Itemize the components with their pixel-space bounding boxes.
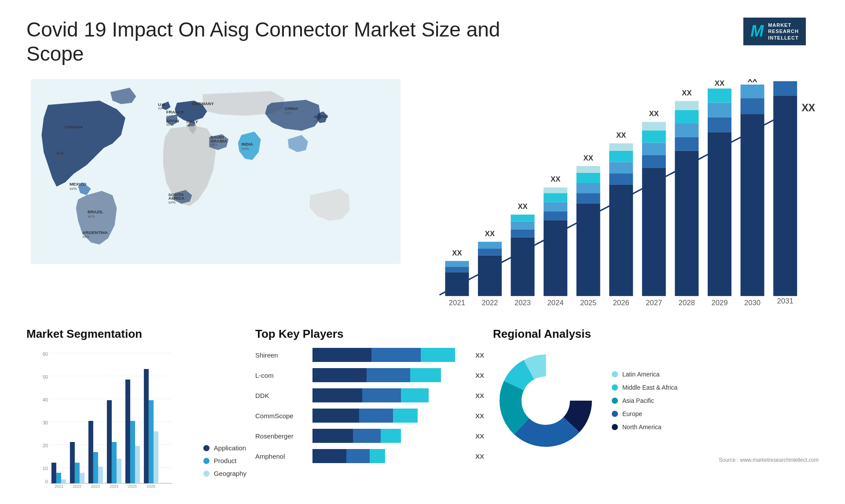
- svg-rect-115: [51, 463, 56, 483]
- page: Covid 19 Impact On Aisg Connector Market…: [0, 0, 845, 504]
- svg-text:xx%: xx%: [158, 106, 165, 111]
- svg-rect-51: [544, 220, 567, 296]
- legend-dot-geography: [203, 471, 209, 477]
- svg-text:xx%: xx%: [64, 129, 72, 134]
- svg-text:JAPAN: JAPAN: [314, 114, 328, 119]
- svg-rect-137: [154, 431, 158, 483]
- svg-text:40: 40: [43, 397, 48, 402]
- svg-rect-79: [675, 151, 698, 296]
- world-map: CANADA xx% U.S. xx% MEXICO xx% BRAZIL xx…: [26, 79, 405, 264]
- svg-rect-127: [107, 400, 112, 483]
- svg-text:20: 20: [43, 443, 48, 448]
- player-value: XX: [475, 392, 484, 399]
- list-item: Shireen XX: [255, 348, 484, 362]
- svg-text:CHINA: CHINA: [284, 106, 298, 111]
- svg-text:xx%: xx%: [57, 155, 64, 160]
- reg-dot-europe: [612, 411, 618, 417]
- svg-text:xx%: xx%: [166, 123, 174, 127]
- svg-text:BRAZIL: BRAZIL: [88, 209, 103, 214]
- svg-text:XX: XX: [485, 230, 495, 238]
- svg-text:XX: XX: [584, 154, 593, 162]
- svg-rect-132: [130, 421, 135, 483]
- svg-text:2024: 2024: [110, 484, 118, 489]
- svg-text:INDIA: INDIA: [242, 142, 254, 147]
- reg-dot-mea: [612, 384, 618, 391]
- logo-text: MARKET RESEARCH INTELLECT: [768, 22, 799, 41]
- player-bar: [312, 429, 467, 443]
- svg-rect-121: [80, 473, 84, 483]
- svg-rect-89: [708, 89, 731, 103]
- svg-rect-53: [544, 202, 567, 212]
- svg-rect-80: [675, 137, 698, 151]
- svg-text:XX: XX: [518, 203, 527, 211]
- svg-rect-123: [88, 421, 93, 483]
- list-item: CommScope XX: [255, 409, 484, 423]
- player-value: XX: [475, 453, 484, 460]
- regional-section: Regional Analysis: [493, 327, 819, 490]
- segmentation-title: Market Segmentation: [26, 327, 246, 341]
- legend-geography: Geography: [203, 470, 246, 477]
- svg-rect-69: [609, 143, 633, 151]
- svg-text:XX: XX: [649, 110, 659, 118]
- svg-text:xx%: xx%: [210, 143, 218, 147]
- svg-text:xx%: xx%: [166, 114, 174, 118]
- svg-text:10: 10: [43, 466, 48, 471]
- svg-rect-81: [675, 124, 698, 137]
- svg-rect-42: [478, 242, 502, 248]
- svg-rect-88: [708, 103, 731, 117]
- svg-rect-120: [75, 463, 80, 483]
- svg-text:2026: 2026: [147, 484, 155, 489]
- svg-text:U.S.: U.S.: [57, 150, 65, 155]
- reg-dot-latin: [612, 371, 618, 377]
- seg-legend: Application Product Geography: [203, 444, 246, 490]
- svg-text:2030: 2030: [744, 299, 760, 307]
- svg-text:50: 50: [43, 374, 48, 380]
- bar-chart-area: XX 2021 XX 2022 XX 2023: [422, 79, 819, 318]
- reg-label-europe: Europe: [622, 410, 642, 417]
- svg-rect-73: [642, 155, 666, 168]
- players-section: Top Key Players Shireen XX L-com: [255, 327, 484, 490]
- legend-label-geography: Geography: [214, 470, 246, 477]
- svg-rect-55: [544, 188, 567, 194]
- svg-rect-87: [708, 117, 731, 132]
- top-row: CANADA xx% U.S. xx% MEXICO xx% BRAZIL xx…: [26, 79, 819, 318]
- player-name: L-com: [255, 372, 308, 379]
- segmentation-section: Market Segmentation 60 50 40 30 20 10 0: [26, 327, 246, 490]
- players-list: Shireen XX L-com XX: [255, 348, 484, 463]
- svg-rect-125: [98, 467, 103, 483]
- svg-text:2023: 2023: [91, 484, 100, 489]
- svg-rect-82: [675, 110, 698, 124]
- svg-rect-35: [445, 273, 469, 296]
- svg-text:XX: XX: [452, 249, 462, 257]
- svg-text:MEXICO: MEXICO: [70, 182, 87, 187]
- player-name: Amphenol: [255, 453, 308, 460]
- svg-text:2027: 2027: [646, 299, 662, 307]
- svg-text:2023: 2023: [514, 299, 531, 307]
- svg-text:2025: 2025: [580, 299, 596, 307]
- reg-dot-apac: [612, 398, 618, 404]
- svg-rect-48: [511, 215, 535, 221]
- seg-content: 60 50 40 30 20 10 0: [26, 348, 246, 490]
- player-value: XX: [475, 412, 484, 420]
- svg-rect-58: [577, 204, 600, 296]
- svg-text:xx%: xx%: [242, 147, 249, 151]
- svg-rect-59: [577, 194, 600, 204]
- svg-rect-76: [642, 122, 666, 131]
- regional-content: Latin America Middle East & Africa Asia …: [493, 348, 819, 453]
- svg-rect-136: [149, 400, 154, 483]
- list-item: L-com XX: [255, 368, 484, 382]
- regional-legend: Latin America Middle East & Africa Asia …: [612, 371, 677, 431]
- reg-legend-na: North America: [612, 424, 677, 431]
- svg-text:xx%: xx%: [314, 119, 321, 123]
- svg-rect-65: [609, 185, 633, 296]
- legend-label-product: Product: [214, 457, 237, 464]
- svg-rect-61: [577, 173, 600, 183]
- svg-text:2024: 2024: [547, 299, 564, 307]
- player-name: Rosenberger: [255, 432, 308, 440]
- svg-rect-93: [741, 99, 764, 114]
- svg-rect-72: [642, 168, 666, 296]
- legend-application: Application: [203, 444, 246, 452]
- svg-text:2026: 2026: [613, 299, 629, 307]
- svg-rect-75: [642, 131, 666, 143]
- svg-text:xx%: xx%: [192, 106, 199, 110]
